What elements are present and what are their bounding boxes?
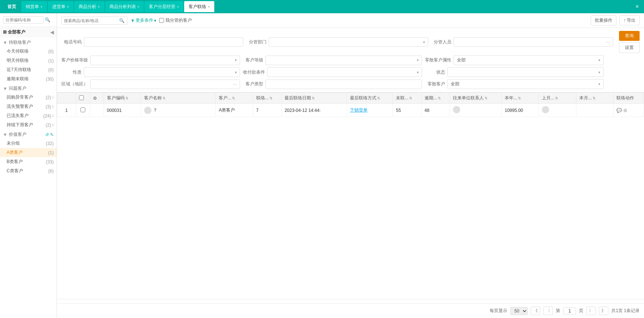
th-code: 客户编码 ⇅: [104, 93, 141, 104]
gear-icon[interactable]: ⚙: [93, 96, 97, 101]
select-all-checkbox[interactable]: [79, 95, 84, 100]
action-icons: 💬 ⊞: [616, 108, 641, 113]
row-last-method[interactable]: 下销货单: [347, 104, 393, 117]
retail-select[interactable]: 全部▾: [447, 79, 604, 89]
customer-segment-close-icon[interactable]: ×: [177, 5, 179, 9]
sidebar-item-churned[interactable]: 已流失客户 (24) ℹ: [0, 111, 57, 120]
customer-grade-select[interactable]: ▾: [265, 56, 422, 65]
method-sort-icon[interactable]: ⇅: [377, 96, 380, 100]
sidebar-search-icon[interactable]: 🔍: [45, 17, 50, 22]
per-page-select[interactable]: 50: [510, 307, 528, 315]
th-unit-contact-label: 往来单位联系人: [453, 95, 484, 101]
lastmonth-sort-icon[interactable]: ⇅: [555, 96, 558, 100]
last-page-button[interactable]: 》: [599, 307, 608, 315]
prev-page-button[interactable]: 〈: [543, 307, 553, 315]
collapse-icon[interactable]: ◀: [50, 30, 54, 35]
thismonth-sort-icon[interactable]: ⇅: [593, 96, 595, 100]
sidebar-item-unclassified[interactable]: 未分组 (32): [0, 139, 57, 148]
payment-select[interactable]: ▾: [267, 67, 422, 77]
export-button[interactable]: ↑ 导出: [619, 15, 640, 25]
problem-group-label: 问题客户: [9, 85, 26, 92]
value-group-icons[interactable]: ↺ ✎: [45, 132, 54, 137]
declining-info-icon: ℹ: [52, 123, 54, 127]
refresh-icon[interactable]: ↺: [45, 132, 49, 137]
customer-type-input[interactable]: [265, 80, 422, 89]
region-dots[interactable]: ···: [233, 82, 237, 87]
sidebar-item-today[interactable]: 今天待联络 (0): [0, 47, 57, 56]
sidebar-item-a-class[interactable]: A类客户 (1): [0, 148, 57, 157]
phone-input[interactable]: [84, 37, 243, 47]
th-last-month-label: 上月...: [542, 95, 554, 101]
manager-dots[interactable]: ···: [606, 39, 610, 45]
code-sort-icon[interactable]: ⇅: [125, 96, 128, 100]
filter-more-label: 更多条件: [136, 17, 153, 24]
customer-contact-close-icon[interactable]: ×: [208, 5, 210, 9]
sidebar-item-declining[interactable]: 持续下滑客户 (2) ℹ: [0, 120, 57, 130]
batch-ops-button[interactable]: 批量操作: [591, 15, 616, 25]
row-check[interactable]: [76, 104, 90, 117]
sidebar-item-7days[interactable]: 近7天待联络 (0): [0, 65, 57, 74]
unit-sort-icon[interactable]: ⇅: [484, 96, 487, 100]
price-grade-select[interactable]: ▾: [90, 56, 240, 65]
region-input[interactable]: ···: [90, 80, 240, 89]
nav-tab-purchase[interactable]: 进货单 ×: [48, 1, 74, 12]
7days-count: (0): [48, 67, 54, 73]
year-sort-icon[interactable]: ⇅: [518, 96, 521, 100]
repurchase-label: 回购异常客户: [7, 94, 33, 100]
close-all-button[interactable]: ×: [633, 3, 641, 11]
edit-icon[interactable]: ✎: [50, 132, 54, 137]
b-class-count: (33): [46, 159, 54, 165]
status-select[interactable]: ▾: [447, 67, 604, 77]
sidebar-item-churn-warning[interactable]: 流失预警客户 (3) ℹ: [0, 102, 57, 111]
manager-input[interactable]: ···: [454, 37, 613, 47]
nav-tab-sales[interactable]: 销货单 ×: [21, 1, 47, 12]
sales-close-icon[interactable]: ×: [40, 5, 43, 9]
sidebar-item-c-class[interactable]: C类客户 (6): [0, 166, 57, 176]
product-analysis-list-close-icon[interactable]: ×: [137, 5, 140, 9]
filter-search-icon[interactable]: 🔍: [119, 18, 125, 23]
table-row: 1 000031 ？ A类客户 7: [57, 104, 644, 117]
type-sort-icon[interactable]: ⇅: [232, 96, 235, 100]
name-sort-icon[interactable]: ⇅: [162, 96, 165, 100]
status-label: 状态: [425, 69, 445, 75]
nav-tab-customer-segment[interactable]: 客户分层经营 ×: [144, 1, 183, 12]
pending-group[interactable]: ▼ 待联络客户: [0, 38, 57, 47]
chat-icon[interactable]: 💬: [616, 108, 622, 113]
query-button[interactable]: 查询: [619, 31, 640, 41]
sidebar-item-overdue[interactable]: 逾期未联络 (30): [0, 74, 57, 84]
nature-select[interactable]: ▾: [84, 67, 240, 77]
all-customers-header[interactable]: ⊞ 全部客户 ◀: [0, 27, 57, 38]
grid-icon[interactable]: ⊞: [623, 108, 627, 113]
uncontact-sort-icon[interactable]: ⇅: [409, 96, 412, 100]
settings-button[interactable]: 设置: [619, 42, 640, 53]
nav-tab-customer-contact[interactable]: 客户联络 ×: [184, 1, 214, 12]
nav-tab-product-analysis[interactable]: 商品分析 ×: [74, 1, 104, 12]
my-customer-checkbox[interactable]: [159, 18, 164, 23]
first-page-button[interactable]: 《: [531, 307, 540, 315]
date-sort-icon[interactable]: ⇅: [312, 96, 315, 100]
overdue-sort-icon[interactable]: ⇅: [438, 96, 441, 100]
row-checkbox[interactable]: [80, 107, 85, 112]
product-analysis-close-icon[interactable]: ×: [98, 5, 100, 9]
sidebar-item-b-class[interactable]: B类客户 (33): [0, 157, 57, 166]
dept-select[interactable]: ▾: [269, 37, 428, 47]
h-scrollbar[interactable]: [57, 299, 644, 303]
sidebar-search-input[interactable]: [3, 16, 43, 24]
filter-search-input[interactable]: [64, 18, 119, 23]
purchase-close-icon[interactable]: ×: [67, 5, 69, 9]
retail-attr-select[interactable]: 全部▾: [454, 55, 604, 65]
next-page-button[interactable]: 〉: [586, 307, 596, 315]
sidebar-item-tomorrow[interactable]: 明天待联络 (1): [0, 56, 57, 65]
page-number-input[interactable]: [563, 307, 576, 315]
filter-more-btn[interactable]: ▼ 更多条件 ▾: [130, 17, 156, 24]
th-gear[interactable]: ⚙: [90, 93, 104, 104]
problem-group[interactable]: ▼ 问题客户: [0, 84, 57, 93]
sidebar-item-repurchase-abnormal[interactable]: 回购异常客户 (2) ℹ: [0, 93, 57, 102]
retail-attr-caret: ▾: [598, 58, 600, 62]
churned-label: 已流失客户: [7, 113, 29, 119]
nav-tab-product-analysis-list[interactable]: 商品分析列表 ×: [105, 1, 144, 12]
nav-tab-home[interactable]: 首页: [3, 1, 21, 12]
last-method-link[interactable]: 下销货单: [350, 107, 368, 113]
row-last-month: [539, 104, 576, 117]
contact-sort-icon[interactable]: ⇅: [269, 96, 272, 100]
